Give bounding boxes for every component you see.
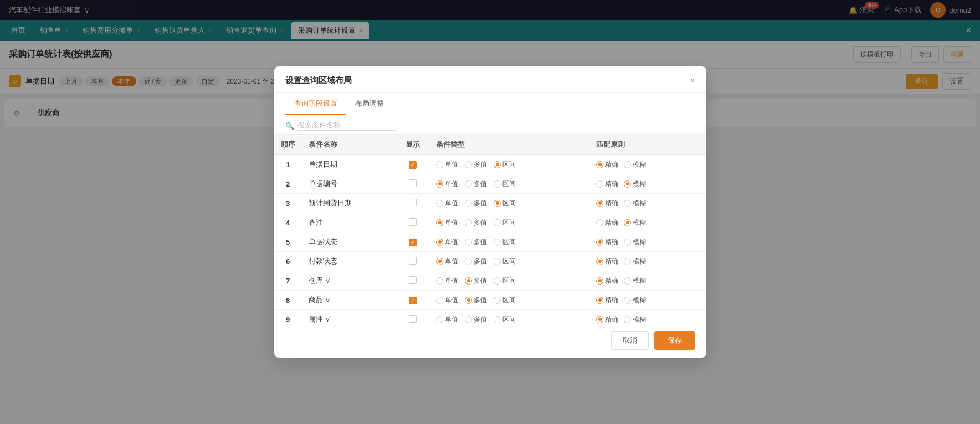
- dialog-close-button[interactable]: ×: [690, 76, 695, 86]
- dialog-title: 设置查询区域布局: [285, 75, 352, 86]
- settings-dialog: 设置查询区域布局 × 查询字段设置 布局调整 🔍 顺序 条件名称 显示 条件类型: [274, 66, 706, 132]
- dialog-header: 设置查询区域布局 ×: [274, 66, 706, 93]
- tab-layout-adjust[interactable]: 布局调整: [346, 93, 393, 115]
- dialog-tabs: 查询字段设置 布局调整: [274, 93, 706, 115]
- tab-query-fields[interactable]: 查询字段设置: [285, 93, 346, 115]
- dialog-overlay: 设置查询区域布局 × 查询字段设置 布局调整 🔍 顺序 条件名称 显示 条件类型: [0, 0, 980, 132]
- dialog-search-area: 🔍: [274, 115, 706, 132]
- search-icon: 🔍: [285, 122, 294, 130]
- search-input[interactable]: [297, 121, 397, 131]
